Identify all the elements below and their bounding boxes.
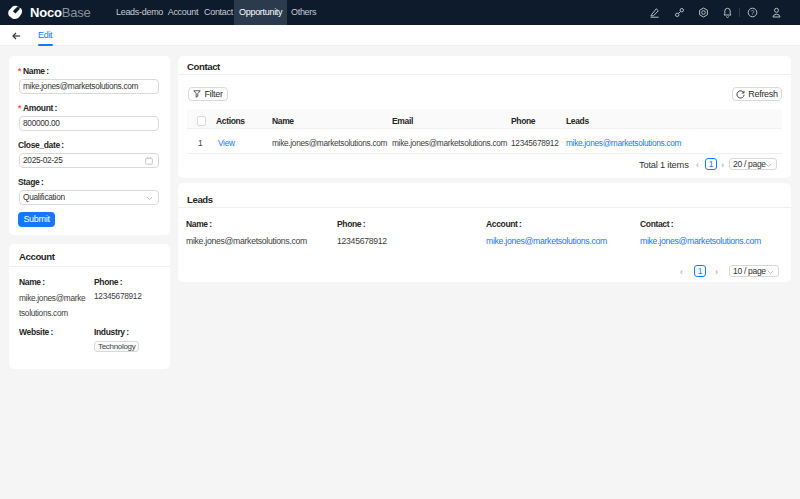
svg-text:?: ? xyxy=(751,9,755,16)
